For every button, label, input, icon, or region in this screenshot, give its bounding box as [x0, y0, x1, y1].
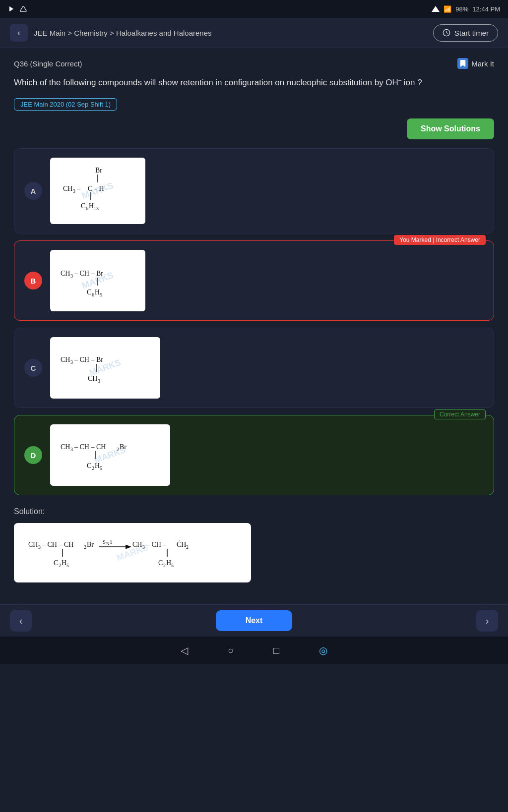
option-label-c: C	[24, 359, 42, 377]
svg-text:5: 5	[100, 465, 102, 471]
option-d-formula: MARKS CH 3 – CH – CH 2 Br C 2 H 5	[50, 424, 170, 486]
option-b-formula: MARKS CH 3 – CH – Br C 6 H 5	[50, 250, 145, 311]
svg-text:– CH – Br: – CH – Br	[74, 270, 103, 277]
svg-text:6: 6	[92, 292, 94, 297]
mark-it-button[interactable]: Mark It	[457, 58, 494, 69]
svg-text:C: C	[158, 559, 163, 567]
option-a-formula: MARKS Br CH 3 – C – H C 6 H 13	[50, 158, 145, 224]
battery-level: 98%	[455, 5, 468, 13]
svg-text:3: 3	[70, 359, 73, 365]
svg-text:2: 2	[117, 447, 119, 452]
svg-text:Br: Br	[87, 541, 94, 548]
svg-text:3: 3	[73, 188, 75, 194]
svg-text:S: S	[103, 539, 106, 545]
solution-label: Solution:	[14, 507, 494, 516]
svg-text:3: 3	[70, 447, 73, 452]
question-meta: Q36 (Single Correct) Mark It	[14, 58, 494, 69]
svg-text:H: H	[166, 559, 171, 567]
breadcrumb: JEE Main > Chemistry > Haloalkanes and H…	[34, 29, 212, 37]
header-left: ‹ JEE Main > Chemistry > Haloalkanes and…	[10, 24, 212, 42]
svg-text:–: –	[76, 185, 81, 192]
svg-text:CH: CH	[132, 541, 142, 548]
back-button[interactable]: ‹	[10, 24, 28, 42]
bookmark-icon	[457, 58, 468, 69]
solution-diagram: MARKS CH 3 – CH – CH 2 Br C 2 H 5 S N 1	[14, 523, 251, 582]
correct-answer-badge: Correct Answer	[434, 409, 486, 419]
option-c[interactable]: C MARKS CH 3 – CH – Br CH 3	[14, 328, 494, 408]
svg-text:H: H	[95, 289, 100, 296]
svg-text:N: N	[106, 541, 110, 546]
svg-text:Br: Br	[95, 167, 102, 174]
svg-text:5: 5	[171, 563, 174, 568]
show-solutions-button[interactable]: Show Solutions	[407, 118, 494, 139]
svg-text:ĊH: ĊH	[177, 540, 186, 548]
svg-text:3: 3	[98, 378, 100, 384]
svg-text:3: 3	[38, 544, 41, 550]
svg-text:Br: Br	[120, 443, 127, 451]
back-system-button[interactable]: ◁	[181, 644, 188, 656]
formula-c-svg: CH 3 – CH – Br CH 3	[58, 343, 152, 393]
svg-text:2: 2	[163, 563, 166, 568]
formula-a-svg: Br CH 3 – C – H C 6 H 13	[58, 164, 137, 218]
option-d[interactable]: Correct Answer D MARKS CH 3 – CH – CH 2 …	[14, 415, 494, 495]
svg-text:CH: CH	[88, 375, 97, 382]
svg-text:2: 2	[186, 544, 189, 550]
option-a[interactable]: A MARKS Br CH 3 – C – H C 6 H 13	[14, 148, 494, 233]
svg-text:C: C	[87, 289, 91, 296]
svg-text:– CH –: – CH –	[146, 541, 167, 548]
svg-text:– CH – CH: – CH – CH	[42, 541, 73, 548]
incorrect-answer-badge: You Marked | Incorrect Answer	[394, 235, 486, 245]
svg-marker-0	[9, 6, 13, 12]
svg-text:CH: CH	[61, 356, 70, 363]
svg-text:2: 2	[59, 563, 61, 568]
svg-text:2: 2	[92, 465, 94, 471]
bottom-nav: ‹ Next ›	[0, 604, 508, 637]
svg-text:H: H	[95, 462, 100, 469]
home-system-button[interactable]: ○	[228, 645, 234, 656]
status-bar: 📶 98% 12:44 PM	[0, 0, 508, 18]
svg-text:1: 1	[110, 539, 113, 545]
formula-d-svg: CH 3 – CH – CH 2 Br C 2 H 5	[58, 430, 162, 480]
svg-text:C: C	[81, 202, 85, 210]
svg-text:CH: CH	[61, 443, 70, 451]
mark-it-label: Mark It	[471, 59, 494, 68]
option-label-a: A	[24, 182, 42, 200]
option-b[interactable]: You Marked | Incorrect Answer B MARKS CH…	[14, 240, 494, 321]
svg-text:H: H	[62, 559, 66, 567]
start-timer-label: Start timer	[454, 29, 489, 37]
svg-text:13: 13	[94, 206, 99, 211]
solution-area: Solution: MARKS CH 3 – CH – CH 2 Br C 2 …	[0, 495, 508, 594]
svg-text:5: 5	[100, 292, 102, 297]
svg-text:CH: CH	[63, 185, 72, 192]
svg-text:C: C	[87, 462, 91, 469]
svg-text:C: C	[88, 185, 92, 192]
next-button[interactable]: Next	[216, 610, 293, 631]
status-left	[8, 5, 27, 12]
start-timer-button[interactable]: Start timer	[433, 24, 498, 42]
option-label-d: D	[24, 446, 42, 464]
svg-text:3: 3	[70, 273, 73, 279]
svg-text:3: 3	[142, 544, 145, 550]
svg-text:– CH – Br: – CH – Br	[74, 356, 103, 363]
svg-text:H: H	[89, 202, 94, 210]
svg-text:2: 2	[84, 544, 86, 550]
assistant-system-button[interactable]: ◎	[319, 644, 327, 656]
next-arrow-button[interactable]: ›	[476, 610, 498, 632]
question-tag: JEE Main 2020 (02 Sep Shift 1)	[14, 98, 117, 111]
question-text: Which of the following compounds will sh…	[14, 76, 494, 89]
svg-text:CH: CH	[28, 541, 38, 548]
clock: 12:44 PM	[472, 5, 500, 13]
option-label-b: B	[24, 272, 42, 290]
option-c-formula: MARKS CH 3 – CH – Br CH 3	[50, 337, 160, 399]
status-right: 📶 98% 12:44 PM	[432, 5, 500, 13]
timer-icon	[443, 29, 450, 37]
formula-b-svg: CH 3 – CH – Br C 6 H 5	[58, 256, 137, 305]
svg-text:– CH – CH: – CH – CH	[74, 443, 106, 451]
show-solutions-row: Show Solutions	[14, 118, 494, 139]
solution-svg: CH 3 – CH – CH 2 Br C 2 H 5 S N 1 CH	[26, 532, 239, 572]
header: ‹ JEE Main > Chemistry > Haloalkanes and…	[0, 18, 508, 48]
svg-text:– H: – H	[93, 185, 104, 192]
prev-button[interactable]: ‹	[10, 610, 32, 632]
recents-system-button[interactable]: □	[273, 645, 279, 656]
svg-text:C: C	[54, 559, 58, 567]
